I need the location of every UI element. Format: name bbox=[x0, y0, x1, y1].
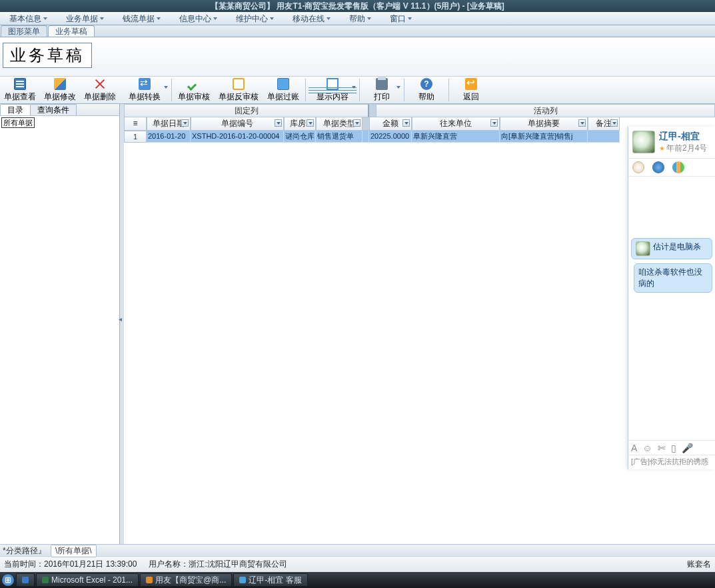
toolbar-separator bbox=[305, 79, 306, 101]
font-icon[interactable]: A bbox=[631, 443, 637, 453]
data-grid: 固定列 活动列 ≡ 单据日期 单据编号 库房1 单据类型 金额 往来单位 单据摘… bbox=[124, 104, 715, 544]
document-icon bbox=[14, 78, 26, 90]
avatar[interactable] bbox=[632, 131, 655, 153]
chat-panel: 辽甲-相宜 年前2月4号 估计是电脑杀 咱这杀毒软件也没病的 A ☺ ✄ ▯ 🎤… bbox=[628, 127, 715, 469]
col-amount[interactable]: 金额 bbox=[369, 117, 412, 131]
btn-doc-edit[interactable]: 单据修改 bbox=[40, 77, 80, 103]
toolbar-separator bbox=[448, 79, 449, 101]
lp-tab-directory[interactable]: 目录 bbox=[0, 104, 31, 115]
dropdown-icon[interactable] bbox=[402, 119, 410, 127]
chat-message: 咱这杀毒软件也没病的 bbox=[634, 263, 712, 293]
path-bar: *分类路径』 \所有单据\ bbox=[0, 544, 715, 556]
col-doc-date[interactable]: 单据日期 bbox=[147, 117, 191, 131]
menu-maintenance[interactable]: 维护中心 bbox=[227, 12, 283, 25]
dropdown-icon[interactable] bbox=[181, 119, 189, 127]
menu-basic-info[interactable]: 基本信息 bbox=[0, 12, 57, 25]
post-icon bbox=[277, 78, 289, 90]
cell-note bbox=[588, 131, 620, 143]
chevron-down-icon bbox=[327, 17, 331, 20]
btn-doc-delete[interactable]: 单据删除 bbox=[80, 77, 120, 103]
page-title: 业务草稿 bbox=[3, 43, 92, 68]
menu-cash-docs[interactable]: 钱流单据 bbox=[113, 12, 170, 25]
col-doc-number[interactable]: 单据编号 bbox=[191, 117, 284, 131]
btn-doc-convert[interactable]: 单据转换 bbox=[120, 77, 169, 103]
dropdown-icon[interactable] bbox=[610, 119, 618, 127]
tab-graphic-menu[interactable]: 图形菜单 bbox=[1, 25, 47, 37]
chat-call-tools bbox=[628, 158, 715, 177]
dropdown-icon[interactable] bbox=[490, 119, 498, 127]
btn-toolbar-help[interactable]: 帮助 bbox=[406, 77, 446, 103]
chevron-down-icon bbox=[408, 17, 412, 20]
printer-icon bbox=[376, 78, 388, 90]
col-warehouse[interactable]: 库房1 bbox=[284, 117, 316, 131]
col-rownum[interactable]: ≡ bbox=[124, 117, 147, 131]
start-button[interactable]: ⊞ bbox=[1, 573, 15, 587]
status-user-label: 用户名称： bbox=[149, 559, 189, 569]
col-counterparty[interactable]: 往来单位 bbox=[412, 117, 500, 131]
btn-doc-view[interactable]: 单据查看 bbox=[0, 77, 40, 103]
menubar: 基本信息 业务单据 钱流单据 信息中心 维护中心 移动在线 帮助 窗口 bbox=[0, 12, 715, 25]
chat-contact-sub: 年前2月4号 bbox=[659, 143, 707, 154]
btn-back[interactable]: 返回 bbox=[451, 77, 491, 103]
btn-doc-post[interactable]: 单据过账 bbox=[263, 77, 303, 103]
tree-item-all-docs[interactable]: 所有单据 bbox=[1, 117, 35, 128]
menu-window[interactable]: 窗口 bbox=[380, 12, 421, 25]
btn-doc-audit[interactable]: 单据审核 bbox=[174, 77, 214, 103]
pencil-icon bbox=[54, 78, 66, 90]
chevron-down-icon bbox=[367, 17, 371, 20]
voice-call-icon[interactable] bbox=[632, 161, 644, 173]
screenshot-icon[interactable]: ▯ bbox=[671, 443, 676, 453]
dropdown-icon[interactable] bbox=[578, 119, 586, 127]
windows-icon: ⊞ bbox=[5, 574, 11, 586]
video-call-icon[interactable] bbox=[652, 161, 664, 173]
col-doc-type[interactable]: 单据类型 bbox=[316, 117, 362, 131]
col-note[interactable]: 备注 bbox=[588, 117, 620, 131]
taskbar-excel[interactable]: Microsoft Excel - 201... bbox=[36, 573, 139, 587]
btn-display-content[interactable]: 显示内容 bbox=[308, 77, 357, 103]
toolbar-separator bbox=[359, 79, 360, 101]
btn-doc-unaudit[interactable]: 单据反审核 bbox=[214, 77, 263, 103]
chat-input-toolbar: A ☺ ✄ ▯ 🎤 bbox=[628, 440, 715, 455]
toolbar-separator bbox=[171, 79, 172, 101]
page-title-block: 业务草稿 bbox=[0, 37, 715, 76]
cell-type: 销售退货单 bbox=[316, 131, 362, 143]
chevron-down-icon bbox=[352, 86, 356, 89]
splitter-handle[interactable] bbox=[120, 104, 124, 544]
chevron-down-icon bbox=[270, 17, 274, 20]
menu-mobile[interactable]: 移动在线 bbox=[283, 12, 340, 25]
status-time-value: 2016年01月21日 13:39:00 bbox=[44, 559, 137, 569]
chevron-down-icon bbox=[213, 17, 217, 20]
dropdown-icon[interactable] bbox=[275, 119, 282, 127]
chevron-down-icon bbox=[157, 17, 161, 20]
table-row[interactable]: 1 2016-01-20 XSTHD-2016-01-20-00004 谜尚仓库… bbox=[124, 131, 715, 143]
btn-print[interactable]: 打印 bbox=[362, 77, 402, 103]
emoji-icon[interactable]: ☺ bbox=[642, 443, 652, 453]
chevron-down-icon bbox=[43, 17, 47, 20]
chevron-down-icon bbox=[396, 86, 400, 89]
taskbar-chat[interactable]: 辽甲-相宜 客服 bbox=[233, 573, 307, 587]
taskbar-pinned[interactable] bbox=[16, 573, 35, 587]
toolbar-separator bbox=[404, 79, 404, 101]
col-doc-summary[interactable]: 单据摘要 bbox=[500, 117, 588, 131]
lp-tab-query[interactable]: 查询条件 bbox=[30, 104, 77, 115]
x-icon bbox=[94, 78, 106, 90]
taskbar-yonyou[interactable]: 用友【商贸宝@商... bbox=[140, 573, 232, 587]
path-value[interactable]: \所有单据\ bbox=[51, 545, 97, 557]
document-tabbar: 图形菜单 业务草稿 bbox=[0, 25, 715, 37]
menu-business-docs[interactable]: 业务单据 bbox=[57, 12, 113, 25]
chevron-down-icon bbox=[164, 86, 168, 89]
cell-date: 2016-01-20 bbox=[147, 131, 191, 143]
tab-business-draft[interactable]: 业务草稿 bbox=[48, 25, 95, 37]
dropdown-icon[interactable] bbox=[307, 119, 314, 127]
dropdown-icon[interactable] bbox=[353, 119, 360, 127]
mic-icon[interactable]: 🎤 bbox=[682, 443, 693, 453]
app-icon bbox=[146, 577, 153, 583]
more-apps-icon[interactable] bbox=[672, 161, 684, 173]
chat-icon bbox=[239, 577, 246, 583]
chat-ad[interactable]: [广告]你无法抗拒的诱惑 bbox=[628, 455, 715, 469]
scissors-icon[interactable]: ✄ bbox=[658, 443, 666, 453]
chevron-down-icon bbox=[100, 17, 104, 20]
cell-rownum: 1 bbox=[124, 131, 147, 143]
menu-info-center[interactable]: 信息中心 bbox=[170, 12, 227, 25]
menu-help[interactable]: 帮助 bbox=[340, 12, 380, 25]
